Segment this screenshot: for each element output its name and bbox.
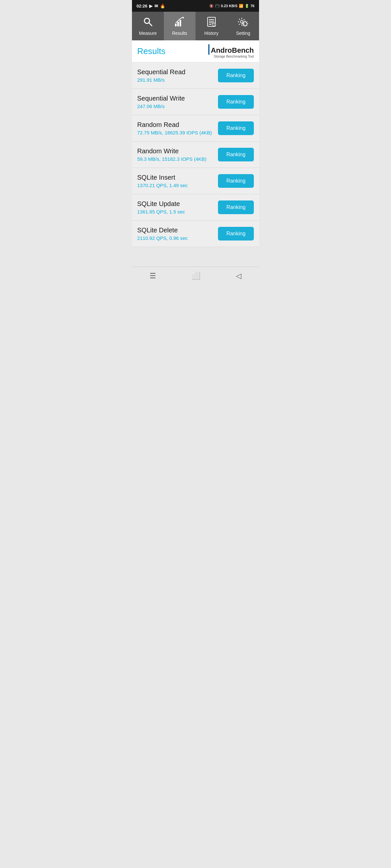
measure-icon [143,17,153,29]
result-name-sqlite-insert: SQLite Insert [137,174,188,181]
result-row-sqlite-delete: SQLite Delete 2110.92 QPS, 0.96 sec Rank… [132,221,259,247]
firefox-icon: 🔥 [160,4,165,8]
svg-rect-3 [177,22,179,26]
result-value-random-write: 59.3 MB/s, 15182.3 IOPS (4KB) [137,156,206,162]
result-value-sqlite-insert: 1370.21 QPS, 1.49 sec [137,183,188,188]
results-label: Results [172,31,187,36]
setting-icon [238,17,248,29]
logo-subtitle: Storage Benchmarking Tool [214,55,254,58]
battery-saver-icon: 🔋 [245,4,249,8]
result-info-sequential-write: Sequential Write 247.06 MB/s [137,95,185,109]
result-info-sqlite-insert: SQLite Insert 1370.21 QPS, 1.49 sec [137,174,188,188]
status-time: 02:26 [137,4,147,8]
menu-icon[interactable]: ☰ [149,272,156,280]
result-name-sqlite-delete: SQLite Delete [137,226,188,234]
result-name-random-read: Random Read [137,121,212,129]
tab-history[interactable]: History [196,12,227,40]
nav-tabs: Measure Results [132,12,259,40]
result-row-sqlite-update: SQLite Update 1361.85 QPS, 1.5 sec Ranki… [132,194,259,221]
result-row-random-write: Random Write 59.3 MB/s, 15182.3 IOPS (4K… [132,142,259,168]
ranking-btn-sqlite-insert[interactable]: Ranking [218,174,254,188]
svg-point-13 [241,21,243,23]
result-row-sequential-read: Sequential Read 291.91 MB/s Ranking [132,62,259,89]
logo-wrapper: AndroBench [208,44,254,55]
logo-name: AndroBench [211,46,254,55]
ranking-btn-sequential-read[interactable]: Ranking [218,69,254,82]
wifi-icon: 📶 [239,4,243,8]
vibrate-icon: 📳 [215,4,220,8]
youtube-icon: ▶ [149,4,152,8]
logo: AndroBench Storage Benchmarking Tool [208,44,254,58]
ranking-btn-sequential-write[interactable]: Ranking [218,95,254,109]
result-info-random-write: Random Write 59.3 MB/s, 15182.3 IOPS (4K… [137,148,206,162]
setting-label: Setting [236,31,250,36]
svg-rect-2 [175,24,176,26]
status-right: 🔇 📳 0.23 KB/S 📶 🔋 76 [209,4,254,8]
result-row-sqlite-insert: SQLite Insert 1370.21 QPS, 1.49 sec Rank… [132,168,259,194]
home-icon[interactable]: ⬜ [192,272,200,280]
status-bar: 02:26 ▶ ✉ 🔥 🔇 📳 0.23 KB/S 📶 🔋 76 [132,0,259,12]
result-row-sequential-write: Sequential Write 247.06 MB/s Ranking [132,89,259,115]
history-icon [206,17,217,29]
result-info-random-read: Random Read 72.75 MB/s, 18625.39 IOPS (4… [137,121,212,135]
result-info-sequential-read: Sequential Read 291.91 MB/s [137,68,186,83]
tab-measure[interactable]: Measure [132,12,164,40]
svg-rect-4 [179,20,181,26]
network-speed: 0.23 KB/S [221,4,238,8]
result-value-sqlite-update: 1361.85 QPS, 1.5 sec [137,209,185,215]
result-name-sequential-read: Sequential Read [137,68,186,76]
ranking-btn-random-write[interactable]: Ranking [218,148,254,161]
mute-icon: 🔇 [209,4,214,8]
ranking-btn-sqlite-delete[interactable]: Ranking [218,227,254,241]
header: Results AndroBench Storage Benchmarking … [132,40,259,62]
content-spacer [132,247,259,267]
ranking-btn-random-read[interactable]: Ranking [218,121,254,135]
status-left: 02:26 ▶ ✉ 🔥 [137,4,165,8]
result-value-random-read: 72.75 MB/s, 18625.39 IOPS (4KB) [137,130,212,135]
result-value-sqlite-delete: 2110.92 QPS, 0.96 sec [137,235,188,241]
measure-label: Measure [139,31,157,36]
history-label: History [204,31,219,36]
result-value-sequential-write: 247.06 MB/s [137,103,185,109]
ranking-btn-sqlite-update[interactable]: Ranking [218,200,254,214]
tab-results[interactable]: Results [164,12,196,40]
gmail-icon: ✉ [155,4,158,8]
result-list: Sequential Read 291.91 MB/s Ranking Sequ… [132,62,259,247]
result-value-sequential-read: 291.91 MB/s [137,77,186,83]
result-info-sqlite-delete: SQLite Delete 2110.92 QPS, 0.96 sec [137,226,188,241]
result-row-random-read: Random Read 72.75 MB/s, 18625.39 IOPS (4… [132,115,259,142]
back-icon[interactable]: ◁ [236,272,242,280]
battery-level: 76 [251,4,254,8]
tab-setting[interactable]: Setting [227,12,259,40]
result-name-sqlite-update: SQLite Update [137,200,185,208]
result-name-sequential-write: Sequential Write [137,95,185,102]
page-title: Results [137,46,166,56]
svg-line-1 [149,23,152,26]
result-name-random-write: Random Write [137,148,206,155]
result-info-sqlite-update: SQLite Update 1361.85 QPS, 1.5 sec [137,200,185,215]
bottom-nav: ☰ ⬜ ◁ [132,267,259,285]
results-icon [174,17,185,29]
